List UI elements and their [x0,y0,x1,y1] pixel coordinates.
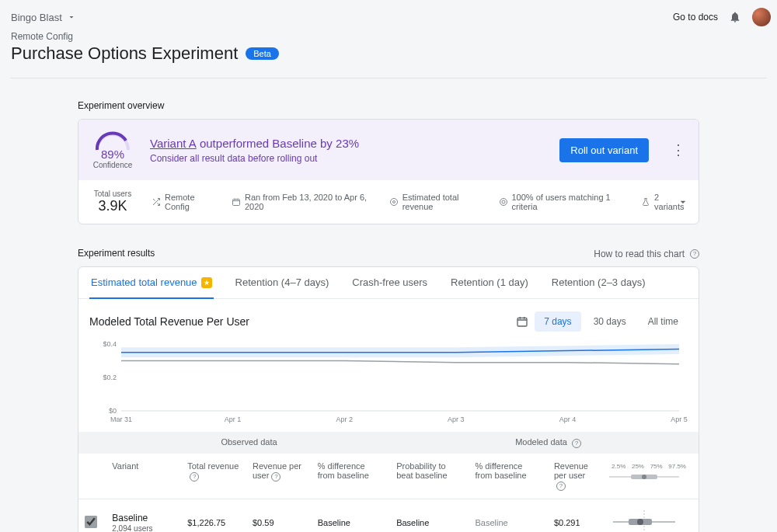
date-range-group: 7 days 30 days All time [516,311,688,332]
primary-goal-icon: ★ [201,277,212,288]
range-all-time[interactable]: All time [639,311,688,332]
col-prob-beat: Probability to beat baseline [390,454,469,499]
svg-text:Apr 5: Apr 5 [671,416,688,423]
scale-viz [605,473,683,481]
svg-text:Mar 31: Mar 31 [110,416,132,423]
svg-point-22 [637,519,643,525]
confidence-gauge: 89% Confidence [91,130,134,169]
svg-text:Apr 2: Apr 2 [336,416,353,423]
metric-tabs: Estimated total revenue ★ Retention (4–7… [78,267,699,299]
avatar[interactable] [752,8,771,26]
help-icon: ? [190,472,199,482]
overflow-menu-icon[interactable]: ⋮ [671,141,686,158]
chevron-down-icon[interactable] [677,196,689,208]
col-total-revenue: Total revenue? [181,454,246,499]
meta-dates: Ran from Feb 13, 2020 to Apr 6, 2020 [232,193,372,211]
observed-data-label: Observed data [100,432,398,454]
confidence-value: 89% [101,148,124,161]
target-icon [389,197,399,207]
svg-point-4 [502,200,505,203]
tab-crash-free[interactable]: Crash-free users [350,267,429,299]
help-icon: ? [690,249,699,259]
meta-goal: Estimated total revenue [389,193,482,211]
svg-point-3 [500,199,507,206]
shuffle-icon [152,197,161,207]
caret-down-icon [67,12,76,22]
total-revenue-cell: $1,226.75 [181,499,246,533]
svg-text:$0: $0 [109,407,117,415]
pct-diff-modeled-cell: Baseline [469,499,548,533]
col-pct-diff: % difference from baseline [312,454,390,499]
page-title: Purchase Options Experiment [11,43,238,64]
col-variant: Variant [106,454,181,499]
variant-checkbox[interactable] [85,516,97,528]
chart-title: Modeled Total Revenue Per User [89,315,249,328]
meta-source: Remote Config [152,193,214,211]
at-icon [499,197,508,207]
distribution-viz [605,510,683,532]
winning-variant-link[interactable]: Variant A [150,137,197,150]
modeled-data-label: Modeled data ? [398,432,699,454]
help-icon: ? [271,472,280,482]
table-group-header: Observed data Modeled data ? [78,432,699,454]
svg-text:Apr 4: Apr 4 [559,416,577,423]
calendar-icon[interactable] [516,315,528,328]
svg-point-18 [642,475,646,479]
docs-link[interactable]: Go to docs [673,12,718,23]
beta-badge: Beta [246,47,279,60]
help-icon: ? [556,482,566,491]
results-card: Estimated total revenue ★ Retention (4–7… [78,266,699,532]
help-icon: ? [572,439,581,448]
distribution-scale: 2.5%25%75%97.5% [605,461,692,473]
variant-name-cell: Baseline2,094 users [106,499,181,533]
prob-beat-cell: Baseline [390,499,469,533]
col-revenue-per-user-modeled: Revenue per user? [548,454,599,499]
meta-match: 100% of users matching 1 criteria [499,193,625,211]
how-to-read-link[interactable]: How to read this chart ? [594,249,699,259]
tab-retention-2-3[interactable]: Retention (2–3 days) [550,267,647,299]
tab-retention-1[interactable]: Retention (1 day) [449,267,530,299]
svg-text:$0.4: $0.4 [103,340,117,348]
col-pct-diff-modeled: % difference from baseline [469,454,548,499]
svg-point-2 [392,201,395,203]
project-switcher[interactable]: Bingo Blast [11,12,76,23]
svg-rect-5 [517,318,527,326]
results-table: Variant Total revenue? Revenue per user?… [78,454,699,532]
overview-section-title: Experiment overview [78,100,699,111]
calendar-icon [232,197,241,207]
range-7-days[interactable]: 7 days [535,311,580,332]
svg-text:Apr 1: Apr 1 [225,416,242,423]
overview-card: 89% Confidence Variant A outperformed Ba… [78,119,699,224]
bell-icon[interactable] [729,11,741,23]
distribution-cell [599,499,699,533]
rev-per-user-modeled-cell: $0.291 [548,499,599,533]
total-users-label: Total users [94,190,131,198]
range-30-days[interactable]: 30 days [584,311,636,332]
col-revenue-per-user: Revenue per user? [246,454,312,499]
flask-icon [641,197,650,207]
rollout-button[interactable]: Roll out variant [559,138,649,162]
tab-estimated-revenue[interactable]: Estimated total revenue ★ [89,267,214,299]
rev-per-user-cell: $0.59 [246,499,312,533]
pct-diff-cell: Baseline [312,499,390,533]
tab-retention-4-7[interactable]: Retention (4–7 days) [234,267,331,299]
results-section-title: Experiment results [78,248,155,259]
table-row: Baseline2,094 users $1,226.75 $0.59 Base… [78,499,699,533]
project-name: Bingo Blast [11,12,62,23]
overview-headline: Variant A outperformed Baseline by 23% [150,137,544,150]
svg-text:$0.2: $0.2 [103,374,117,381]
svg-text:Apr 3: Apr 3 [448,416,465,423]
section-label: Remote Config [11,31,766,42]
svg-rect-0 [232,200,239,206]
confidence-label: Confidence [93,161,133,169]
svg-point-1 [390,199,397,206]
overview-subtext: Consider all result data before rolling … [150,153,544,164]
total-users-value: 3.9K [98,198,127,214]
revenue-chart: $0$0.2$0.4Mar 31Apr 1Apr 2Apr 3Apr 4Apr … [89,339,688,425]
